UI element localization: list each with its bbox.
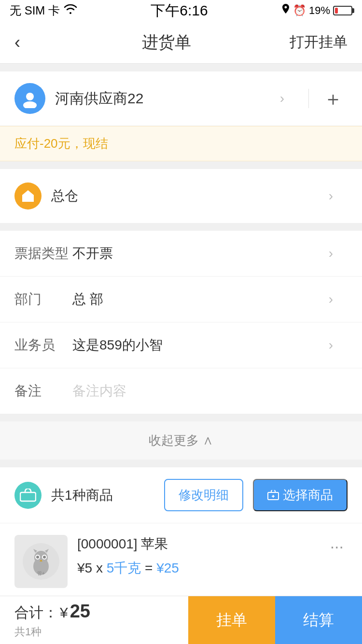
warehouse-chevron-icon: › — [329, 188, 333, 204]
bottom-bar: 合计： ¥ 25 共1种 挂单 结算 — [0, 596, 362, 644]
warehouse-name: 总仓 — [51, 187, 329, 205]
nav-bar: ‹ 进货单 打开挂单 — [0, 21, 362, 64]
salesperson-row[interactable]: 业务员 这是859的小智 › — [0, 322, 362, 368]
line-total: ¥25 — [156, 560, 179, 575]
department-label: 部门 — [14, 290, 72, 308]
department-value: 总 部 — [72, 290, 329, 308]
product-thumbnail: 管+ — [14, 535, 68, 588]
product-code: [0000001] — [77, 536, 138, 551]
svg-point-9 — [36, 556, 39, 559]
department-chevron-icon: › — [329, 292, 333, 307]
remark-placeholder: 备注内容 — [72, 382, 348, 400]
page-title: 进货单 — [142, 31, 191, 54]
alarm-icon: ⏰ — [293, 4, 306, 17]
product-title: 苹果 — [141, 536, 168, 551]
svg-point-10 — [43, 556, 46, 559]
invoice-type-label: 票据类型 — [14, 244, 72, 263]
product-item: 管+ [0000001] 苹果 ¥5 x 5千克 = ¥25 ··· — [0, 523, 362, 600]
battery-icon — [333, 6, 352, 15]
invoice-type-value: 不开票 — [72, 244, 329, 263]
salesperson-chevron-icon: › — [329, 337, 333, 353]
total-main: 合计： ¥ 25 — [14, 601, 174, 623]
supplier-section: 河南供应商22 › ＋ 应付-20元，现结 — [0, 71, 362, 161]
invoice-type-row[interactable]: 票据类型 不开票 › — [0, 231, 362, 277]
svg-rect-2 — [20, 492, 36, 501]
total-area: 合计： ¥ 25 共1种 — [0, 601, 188, 639]
wifi-icon — [64, 4, 77, 17]
remark-label: 备注 — [14, 382, 72, 400]
supplier-chevron-icon: › — [280, 91, 284, 106]
select-product-label: 选择商品 — [283, 487, 333, 504]
product-count-icon — [14, 482, 42, 509]
quantity: 5千克 — [107, 560, 141, 575]
total-count: 共1种 — [14, 625, 174, 639]
total-amount: 25 — [70, 601, 90, 622]
status-right: ⏰ 19% — [281, 4, 352, 17]
add-supplier-button[interactable]: ＋ — [319, 85, 348, 112]
collapse-section: 收起更多 ∧ — [0, 421, 362, 460]
remark-row[interactable]: 备注 备注内容 — [0, 368, 362, 414]
product-name: [0000001] 苹果 — [77, 535, 317, 553]
warehouse-icon — [14, 182, 42, 210]
product-count: 共1种商品 — [51, 486, 154, 504]
salesperson-label: 业务员 — [14, 336, 72, 354]
vertical-divider — [308, 89, 309, 108]
collapse-button[interactable]: 收起更多 ∧ — [0, 421, 362, 460]
location-icon — [281, 4, 290, 17]
product-section: 共1种商品 修改明细 选择商品 — [0, 467, 362, 600]
salesperson-value: 这是859的小智 — [72, 336, 329, 354]
time-display: 下午6:16 — [151, 1, 208, 21]
status-left: 无 SIM 卡 — [10, 3, 77, 18]
main-content: 河南供应商22 › ＋ 应付-20元，现结 总仓 › 票据类型 不开票 › — [0, 64, 362, 644]
product-more-button[interactable]: ··· — [326, 535, 348, 558]
supplier-row[interactable]: 河南供应商22 › ＋ — [0, 71, 362, 126]
form-section: 票据类型 不开票 › 部门 总 部 › 业务员 这是859的小智 › 备注 备注… — [0, 231, 362, 414]
svg-text:管+: 管+ — [37, 571, 45, 576]
status-bar: 无 SIM 卡 下午6:16 ⏰ 19% — [0, 0, 362, 21]
warehouse-section: 总仓 › — [0, 169, 362, 223]
hang-button[interactable]: 挂单 — [188, 596, 275, 644]
unit-price: ¥5 — [77, 560, 92, 575]
department-row[interactable]: 部门 总 部 › — [0, 277, 362, 322]
invoice-chevron-icon: › — [329, 246, 333, 261]
back-button[interactable]: ‹ — [14, 32, 43, 53]
warehouse-row[interactable]: 总仓 › — [0, 169, 362, 223]
total-label: 合计： — [14, 603, 58, 623]
carrier-label: 无 SIM 卡 — [10, 3, 60, 18]
product-header: 共1种商品 修改明细 选择商品 — [0, 467, 362, 523]
product-price: ¥5 x 5千克 = ¥25 — [77, 559, 317, 577]
edit-detail-button[interactable]: 修改明细 — [164, 479, 243, 511]
battery-percent: 19% — [309, 4, 330, 17]
supplier-name: 河南供应商22 — [55, 89, 280, 109]
open-hang-button[interactable]: 打开挂单 — [290, 32, 348, 52]
settle-button[interactable]: 结算 — [275, 596, 362, 644]
total-symbol: ¥ — [60, 604, 68, 621]
svg-point-0 — [26, 93, 34, 100]
supplier-avatar — [14, 83, 45, 114]
svg-point-1 — [23, 101, 37, 108]
select-product-button[interactable]: 选择商品 — [253, 479, 348, 511]
product-info: [0000001] 苹果 ¥5 x 5千克 = ¥25 — [77, 535, 317, 577]
supplier-alert: 应付-20元，现结 — [0, 126, 362, 161]
